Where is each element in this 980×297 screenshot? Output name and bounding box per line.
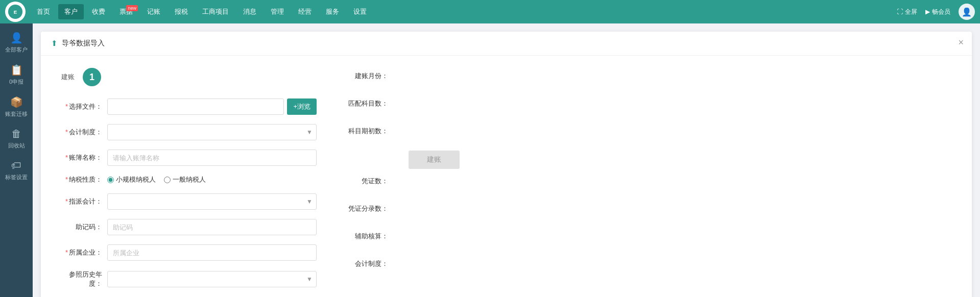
sidebar-item-label-all-customers: 全部客户 [5, 46, 28, 54]
sidebar: 👤 全部客户 📋 0申报 📦 账套迁移 🗑 回收站 🏷 标签设置 [0, 23, 33, 297]
match-subjects-row: 匹配科目数： [337, 95, 531, 112]
tax-general-radio-item[interactable]: 一般纳税人 [164, 175, 206, 184]
sidebar-item-label-recycle-bin: 回收站 [8, 142, 25, 150]
nav-item-bookkeeping[interactable]: 记账 [141, 4, 166, 19]
aux-accounting-row: 辅助核算： [337, 228, 531, 244]
file-input-group: +浏览 [107, 98, 317, 115]
nav-item-business[interactable]: 工商项目 [196, 4, 235, 19]
nav-right: ⛶ 全屏 ▶ 畅会员 👤 [897, 4, 975, 20]
nav-item-service[interactable]: 服务 [320, 4, 345, 19]
sidebar-item-label-settings[interactable]: 🏷 标签设置 [2, 156, 31, 185]
avatar[interactable]: 👤 [959, 4, 975, 20]
build-btn-container: 建账 [337, 151, 531, 169]
sidebar-item-label-zero-declaration: 0申报 [9, 78, 23, 86]
nav-item-operation[interactable]: 经营 [292, 4, 318, 19]
all-customers-icon: 👤 [10, 32, 23, 44]
info-accounting-system-label: 会计制度： [337, 259, 388, 268]
assign-accountant-wrapper: ▼ [107, 193, 317, 210]
ledger-name-label: 账簿名称： [61, 153, 102, 162]
belong-company-row: 所属企业： [61, 244, 317, 261]
accounting-system-select[interactable] [107, 124, 317, 140]
belong-company-label: 所属企业： [61, 248, 102, 257]
sidebar-item-label-account-migration: 账套迁移 [5, 110, 28, 118]
account-migration-icon: 📦 [10, 96, 23, 108]
step-header: 建账 1 [61, 68, 317, 86]
step-label: 建账 [61, 72, 75, 82]
card-body: 建账 1 选择文件： +浏览 [41, 56, 972, 297]
fullscreen-icon: ⛶ [897, 8, 903, 15]
import-icon: ⬆ [51, 39, 58, 48]
member-btn[interactable]: ▶ 畅会员 [925, 8, 950, 16]
import-card: ⬆ 导爷数据导入 × 建账 1 选择文件： [41, 32, 972, 297]
zero-declaration-icon: 📋 [10, 64, 23, 76]
content-area: ⬆ 导爷数据导入 × 建账 1 选择文件： [33, 23, 980, 297]
logo[interactable]: E [5, 2, 26, 22]
nav-item-customers[interactable]: 客户 [58, 4, 84, 19]
voucher-entries-label: 凭证分录数： [337, 204, 388, 213]
top-navigation: E 首页 客户 收费 票据 new 记账 报税 工商项目 消息 管理 经营 服务… [0, 0, 980, 23]
nav-item-fees[interactable]: 收费 [86, 4, 111, 19]
history-year-label: 参照历史年度： [61, 270, 102, 288]
svg-text:E: E [14, 9, 17, 15]
file-select-row: 选择文件： +浏览 [61, 98, 317, 115]
match-subjects-label: 匹配科目数： [337, 99, 388, 108]
tax-small-radio[interactable] [107, 177, 114, 183]
history-year-select[interactable] [107, 271, 317, 287]
nav-item-tax[interactable]: 报税 [169, 4, 194, 19]
vouchers-label: 凭证数： [337, 177, 388, 186]
tax-type-label: 纳税性质： [61, 175, 102, 184]
ledger-name-input[interactable] [107, 150, 317, 166]
info-section: 建账月份： 匹配科目数： 科目期初数： 建账 [337, 68, 531, 297]
nav-item-home[interactable]: 首页 [31, 4, 56, 19]
tax-small-radio-item[interactable]: 小规模纳税人 [107, 175, 156, 184]
form-section: 建账 1 选择文件： +浏览 [61, 68, 317, 297]
assign-accountant-label: 指派会计： [61, 197, 102, 206]
accounting-system-row: 会计制度： ▼ [61, 124, 317, 140]
label-settings-icon: 🏷 [11, 160, 21, 171]
aux-accounting-label: 辅助核算： [337, 232, 388, 241]
history-year-wrapper: ▼ [107, 271, 317, 287]
nav-item-messages[interactable]: 消息 [237, 4, 262, 19]
sidebar-item-all-customers[interactable]: 👤 全部客户 [2, 28, 31, 58]
fullscreen-btn[interactable]: ⛶ 全屏 [897, 8, 917, 16]
build-button[interactable]: 建账 [409, 151, 460, 169]
file-select-label: 选择文件： [61, 102, 102, 111]
new-badge: new [126, 5, 138, 11]
tax-general-radio[interactable] [164, 177, 171, 183]
history-year-row: 参照历史年度： ▼ [61, 270, 317, 288]
period-initial-row: 科目期初数： [337, 123, 531, 139]
assist-code-input[interactable] [107, 219, 317, 235]
assist-code-row: 助记码： [61, 219, 317, 235]
tax-type-radio-group: 小规模纳税人 一般纳税人 [107, 175, 206, 184]
ledger-name-row: 账簿名称： [61, 150, 317, 166]
info-accounting-system-row: 会计制度： [337, 256, 531, 272]
tax-small-label: 小规模纳税人 [116, 175, 156, 184]
nav-item-invoices[interactable]: 票据 new [113, 4, 139, 19]
browse-button[interactable]: +浏览 [287, 98, 317, 115]
sidebar-item-account-migration[interactable]: 📦 账套迁移 [2, 92, 31, 122]
assign-accountant-select[interactable] [107, 193, 317, 210]
accounting-system-wrapper: ▼ [107, 124, 317, 140]
sidebar-item-zero-declaration[interactable]: 📋 0申报 [2, 60, 31, 90]
card-header: ⬆ 导爷数据导入 × [41, 32, 972, 56]
accounting-system-label: 会计制度： [61, 128, 102, 137]
build-month-label: 建账月份： [337, 71, 388, 81]
period-initial-label: 科目期初数： [337, 127, 388, 136]
build-month-row: 建账月份： [337, 68, 531, 84]
nav-item-management[interactable]: 管理 [265, 4, 290, 19]
sidebar-item-recycle-bin[interactable]: 🗑 回收站 [2, 124, 31, 154]
voucher-entries-row: 凭证分录数： [337, 201, 531, 217]
assign-accountant-row: 指派会计： ▼ [61, 193, 317, 210]
tax-general-label: 一般纳税人 [173, 175, 206, 184]
assist-code-label: 助记码： [61, 222, 102, 232]
card-title: 导爷数据导入 [62, 39, 105, 48]
tax-type-row: 纳税性质： 小规模纳税人 一般纳税人 [61, 175, 317, 184]
file-text-input[interactable] [107, 98, 284, 115]
recycle-bin-icon: 🗑 [11, 128, 21, 140]
nav-item-settings[interactable]: 设置 [347, 4, 373, 19]
step-circle: 1 [83, 68, 101, 86]
close-button[interactable]: × [958, 38, 964, 47]
belong-company-input[interactable] [107, 244, 317, 261]
vouchers-row: 凭证数： [337, 173, 531, 189]
main-layout: 👤 全部客户 📋 0申报 📦 账套迁移 🗑 回收站 🏷 标签设置 ⬆ 导爷数据导… [0, 23, 980, 297]
